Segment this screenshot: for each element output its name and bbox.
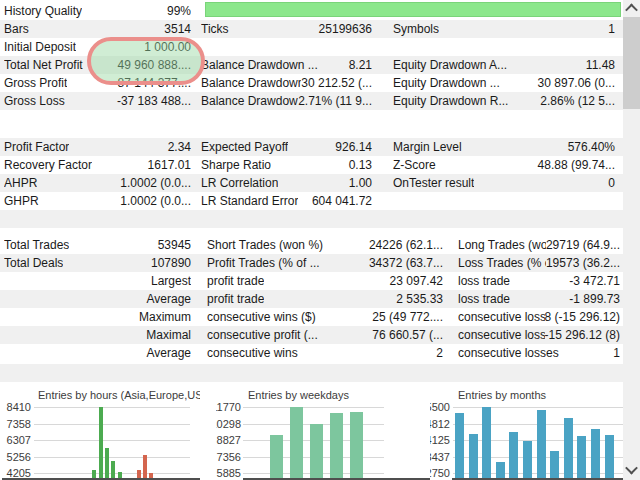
stat-label: Margin Level <box>393 140 462 154</box>
chart-title: Entries by weekdays <box>248 389 349 401</box>
scrollbar-thumb[interactable] <box>623 17 640 109</box>
chart-bar <box>290 407 303 480</box>
stat-value: 1617.01 <box>148 158 191 172</box>
y-axis-label: 4812 <box>430 418 450 430</box>
stat-value: 576.40% <box>568 140 615 154</box>
chart-bar <box>550 451 559 480</box>
stat-label: Loss Trades (% of t... <box>458 256 546 270</box>
stat-label: consecutive wins ($) <box>207 310 316 324</box>
stat-label: Long Trades (won %) <box>458 238 546 252</box>
stat-label: Sharpe Ratio <box>201 158 271 172</box>
stat-value: 19573 (36.2... <box>546 256 620 270</box>
stat-value: 11.48 <box>586 58 615 72</box>
chart-bar <box>509 432 518 480</box>
gridline <box>243 407 384 408</box>
stat-label: profit trade <box>207 292 264 306</box>
y-axis-label: 2750 <box>430 467 450 479</box>
stat-label: Gross Profit <box>4 76 67 90</box>
stat-label: profit trade <box>207 274 264 288</box>
stat-value: 1 <box>608 22 615 36</box>
y-axis-label: 3437 <box>430 451 450 463</box>
stat-label: Z-Score <box>393 158 436 172</box>
chart-bar <box>564 418 573 480</box>
stat-value: 30 212.52 (... <box>301 76 372 90</box>
chart-bar <box>469 434 478 480</box>
stat-value: Maximum <box>139 310 191 324</box>
y-axis-label: 8827 <box>216 434 241 446</box>
stat-label: consecutive loss (co... <box>458 328 545 342</box>
chart-bar <box>99 407 103 480</box>
y-axis-label: 5885 <box>216 467 241 479</box>
stat-value: Average <box>147 292 191 306</box>
scrollbar-down-button[interactable] <box>623 461 640 478</box>
history-quality-progress-bar <box>205 2 621 17</box>
stat-label: Expected Payoff <box>201 140 288 154</box>
table-row: Profit Factor2.34Expected Payoff926.14Ma… <box>0 138 623 156</box>
chart-bar <box>605 435 614 480</box>
stat-value: 1.0002 (0.0... <box>120 194 191 208</box>
table-row: Total Trades53945Short Trades (won %)242… <box>0 236 623 254</box>
stat-label: Bars <box>4 22 29 36</box>
vertical-scrollbar[interactable] <box>623 0 640 480</box>
stat-label: Short Trades (won %) <box>207 238 323 252</box>
stat-value: 48.88 (99.74... <box>538 158 615 172</box>
chevron-down-icon <box>625 462 638 475</box>
stat-label: Equity Drawdown ... <box>393 76 500 90</box>
stat-value: 1 <box>613 346 620 360</box>
stat-label: Balance Drawdown ... <box>201 76 301 90</box>
stat-value: 24226 (62.1... <box>369 238 443 252</box>
table-row: Gross Loss-37 183 488...Balance Drawdown… <box>0 92 623 110</box>
stat-label: AHPR <box>4 176 37 190</box>
stat-label: Symbols <box>393 22 439 36</box>
table-row: Maximumconsecutive wins ($)25 (49 772...… <box>0 308 623 326</box>
stat-value: 1.0002 (0.0... <box>120 176 191 190</box>
stat-label: loss trade <box>458 292 510 306</box>
stat-value: 2.34 <box>168 140 191 154</box>
table-row: Gross Profit87 144 377....Balance Drawdo… <box>0 74 623 92</box>
stat-label: Equity Drawdown A... <box>393 58 507 72</box>
chart-2: Entries by weekdays117701029888277356588… <box>216 383 432 480</box>
chart-bar <box>482 407 491 480</box>
stat-value: 8.21 <box>349 58 372 72</box>
chart-bar <box>143 455 147 480</box>
stat-value: 23 097.42 <box>390 274 443 288</box>
chart-1: Entries by hours (Asia,Europe,USA)841073… <box>2 383 200 480</box>
gridline <box>34 440 190 441</box>
stat-label: consecutive wins <box>207 346 298 360</box>
stat-value: -1 899.73 <box>569 292 620 306</box>
table-row: Total Deals107890Profit Trades (% of ...… <box>0 254 623 272</box>
stat-value: -15 296.12 (8) <box>545 328 620 342</box>
stat-label: Initial Deposit <box>4 40 76 54</box>
stat-value: 604 041.72 <box>312 194 372 208</box>
table-row: Averageprofit trade2 535.33loss trade-1 … <box>0 290 623 308</box>
chart-bar <box>537 410 546 480</box>
stat-label: OnTester result <box>393 176 474 190</box>
y-axis-label: 4125 <box>430 434 450 446</box>
chart-bar <box>330 413 343 480</box>
stat-label: Balance Drawdown ... <box>201 58 318 72</box>
stat-label: Equity Drawdown R... <box>393 94 508 108</box>
stat-value: 1 000.00 <box>144 40 191 54</box>
gridline <box>34 424 190 425</box>
stat-label: Gross Loss <box>4 94 65 108</box>
stat-label: Balance Drawdown ... <box>201 94 298 108</box>
stat-value: 49 960 888.... <box>118 58 191 72</box>
scrollbar-up-button[interactable] <box>623 0 640 17</box>
gridline <box>34 407 190 408</box>
chart-title: Entries by months <box>458 389 546 401</box>
y-axis-label: 7358 <box>2 418 31 430</box>
y-axis-label: 5256 <box>2 451 31 463</box>
stat-label: Ticks <box>201 22 229 36</box>
y-axis-label: 8410 <box>2 401 31 413</box>
stat-label: Total Deals <box>4 256 63 270</box>
table-row: Recovery Factor1617.01Sharpe Ratio0.13Z-… <box>0 156 623 174</box>
stat-value: 87 144 377.... <box>118 76 191 90</box>
table-row: GHPR1.0002 (0.0...LR Standard Error604 0… <box>0 192 623 210</box>
stat-value: 30 897.06 (0... <box>538 76 615 90</box>
stat-label: LR Correlation <box>201 176 278 190</box>
strategy-tester-report: History Quality99%Bars3514Ticks25199636S… <box>0 0 640 480</box>
stat-value: 0.13 <box>349 158 372 172</box>
stat-value: Average <box>147 346 191 360</box>
stat-value: 8 (-15 296.12) <box>545 310 620 324</box>
y-axis-label: 7356 <box>216 451 241 463</box>
